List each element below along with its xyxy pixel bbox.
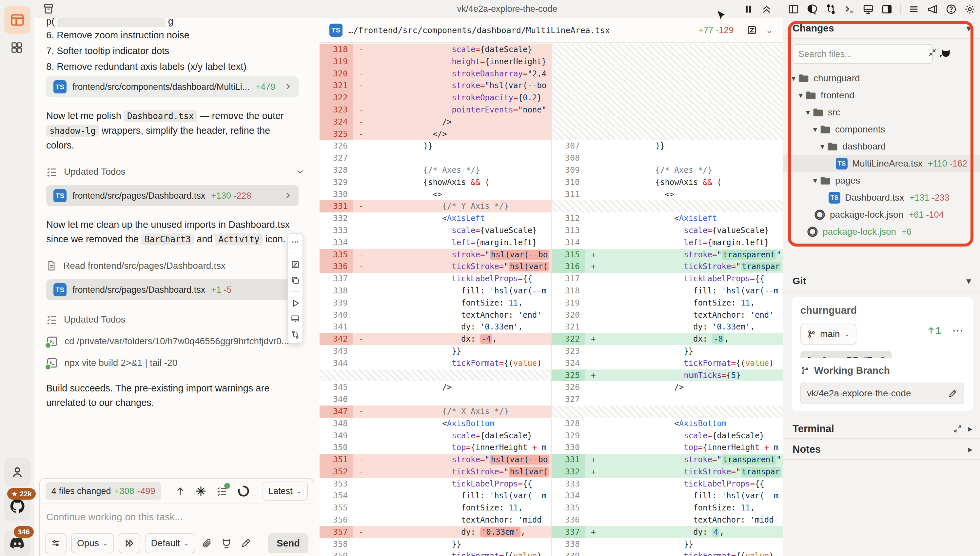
file-change-chip[interactable]: TSfrontend/src/components/dashboard/Mult… <box>46 76 299 97</box>
code-text: stroke="transparent" <box>608 454 783 466</box>
chevron-expanded-icon[interactable]: ▾ <box>789 74 798 83</box>
branch-dropdown[interactable]: main⌄ <box>801 323 856 344</box>
tree-folder-row[interactable]: ▾dashboard <box>783 138 980 155</box>
person-icon <box>10 465 24 479</box>
change-marker <box>353 357 376 370</box>
git-title: Git <box>793 275 806 286</box>
profile-button[interactable] <box>4 458 31 486</box>
file-change-chip[interactable]: TSfrontend/src/pages/Dashboard.tsx+1 -5 <box>46 279 299 300</box>
line-number: 310 <box>552 176 585 189</box>
tree-folder-row[interactable]: ▾frontend <box>783 87 980 104</box>
chat-action-row[interactable]: npx vite build 2>&1 | tail -20 <box>46 355 305 371</box>
panel-right-filled-icon[interactable] <box>882 3 893 15</box>
todos-status-icon[interactable] <box>216 485 228 497</box>
model-dropdown[interactable]: Opus⌄ <box>71 533 114 553</box>
change-counts: +6 <box>901 227 912 237</box>
git-more-menu[interactable]: ⋯ <box>952 324 964 337</box>
fast-forward-button[interactable] <box>119 533 140 553</box>
code-text: scale={dateScale} <box>376 44 551 56</box>
right-sidebar: Changes ▾ ▾churnguard▾frontend▾src▾compo… <box>783 18 980 556</box>
arrow-up-icon[interactable] <box>175 486 186 496</box>
menu-icon[interactable] <box>908 3 919 15</box>
tree-folder-row[interactable]: ▾src <box>783 104 980 121</box>
chevron-right-icon[interactable] <box>284 82 292 91</box>
code-text: tickLabelProps={{ <box>608 273 783 285</box>
collapse-panel-icon[interactable] <box>928 47 937 57</box>
diff-view-icon[interactable] <box>291 260 300 269</box>
change-marker: + <box>585 333 608 345</box>
monitor-icon[interactable] <box>291 314 300 323</box>
tree-folder-row[interactable]: ▾components <box>783 121 980 138</box>
git-compare-icon[interactable] <box>825 3 836 15</box>
settings-gear-icon[interactable] <box>964 3 975 15</box>
tree-file-row[interactable]: TSMultiLineArea.tsx+110 -162 <box>783 155 980 172</box>
terminal-section-row[interactable]: Terminal ▸ <box>783 419 980 439</box>
changes-section-header[interactable]: Changes ▾ <box>783 18 980 39</box>
git-section-header[interactable]: Git ▾ <box>783 271 980 291</box>
chevron-down-icon[interactable] <box>295 167 305 177</box>
megaphone-icon[interactable] <box>927 3 938 15</box>
chevron-expanded-icon[interactable]: ▾ <box>810 176 820 185</box>
chevron-expanded-icon[interactable]: ▾ <box>810 125 820 134</box>
collapse-caret-icon[interactable]: ▾ <box>967 23 971 34</box>
send-button[interactable]: Send <box>268 533 308 553</box>
search-files-input[interactable] <box>792 44 933 64</box>
pause-icon[interactable] <box>743 4 754 15</box>
chat-action-row[interactable]: Updated Todos <box>46 163 305 180</box>
files-changed-chip[interactable]: 4 files changed +308 -499 <box>45 482 161 500</box>
chat-action-row[interactable]: Read frontend/src/pages/Dashboard.tsx <box>46 258 305 274</box>
pen-icon[interactable] <box>241 538 251 548</box>
latest-dropdown[interactable]: Latest⌄ <box>263 482 308 501</box>
grid-view-icon[interactable] <box>10 41 23 54</box>
code-text: <AxisLeft <box>376 212 551 225</box>
notes-section-row[interactable]: Notes ▸ <box>783 440 980 460</box>
git-compare-icon[interactable] <box>291 330 300 339</box>
typescript-badge: TS <box>53 283 66 296</box>
diff-new-line: 338 }} <box>551 538 783 550</box>
code-text: dy: '0.33em', <box>608 321 783 333</box>
change-marker <box>585 478 608 490</box>
file-name: Dashboard.tsx <box>845 192 904 203</box>
cat-icon[interactable] <box>221 538 232 549</box>
chevrons-up-icon[interactable] <box>761 3 772 15</box>
repo-name: churnguard <box>801 305 964 316</box>
line-number: 355 <box>320 502 353 514</box>
archive-box-icon[interactable] <box>43 3 55 15</box>
run-icon[interactable] <box>291 299 300 308</box>
chat-action-row[interactable]: Updated Todos <box>46 312 305 328</box>
cat-icon[interactable] <box>940 47 953 61</box>
tree-file-row[interactable]: package-lock.json+61 -104 <box>783 206 980 223</box>
tree-file-row[interactable]: TSDashboard.tsx+131 -233 <box>783 189 980 206</box>
panel-left-icon[interactable] <box>788 3 799 15</box>
more-options-icon[interactable] <box>291 238 300 246</box>
collapse-caret-icon[interactable]: ▾ <box>967 276 971 286</box>
chevron-expanded-icon[interactable]: ▾ <box>817 142 827 151</box>
tree-folder-row[interactable]: ▾churnguard <box>783 70 980 87</box>
change-marker: - <box>353 68 376 80</box>
working-branch-card: Working Branch vk/4e2a-explore-the-code <box>792 358 973 411</box>
diff-view-icon[interactable] <box>747 25 757 36</box>
attach-icon[interactable] <box>202 538 212 548</box>
tree-file-row[interactable]: package-lock.json+6 <box>783 223 980 240</box>
spark-icon[interactable] <box>195 485 207 497</box>
tree-folder-row[interactable]: ▾pages <box>783 172 980 189</box>
chevron-expanded-icon[interactable]: ▾ <box>803 108 813 117</box>
composer-settings-button[interactable] <box>45 533 66 553</box>
diff-new-line: 330 top={innerHeight + m <box>551 441 783 454</box>
workspace-tab-active[interactable] <box>4 6 31 34</box>
message-input[interactable]: Continue working on this task... <box>40 504 314 522</box>
chevron-expanded-icon[interactable]: ▾ <box>796 91 806 100</box>
terminal-icon[interactable] <box>844 3 855 15</box>
chevron-down-icon[interactable]: ⌄ <box>766 25 773 36</box>
display-icon[interactable] <box>863 3 874 15</box>
diff-old-line: 351- stroke="hsl(var(--bo <box>320 454 551 466</box>
chevron-right-icon[interactable] <box>284 191 292 200</box>
chat-bubble-icon[interactable] <box>807 3 818 15</box>
copy-icon[interactable] <box>291 276 300 285</box>
diff-split-view[interactable]: 318- scale={dateScale}319- height={inner… <box>320 44 783 556</box>
working-branch-field[interactable]: vk/4e2a-explore-the-code <box>801 383 964 404</box>
help-icon[interactable] <box>946 3 957 15</box>
file-change-chip[interactable]: TSfrontend/src/pages/Dashboard.tsx+130 -… <box>46 185 299 206</box>
chat-action-row[interactable]: cd /private/var/folders/10/h7w0q46556ggr… <box>46 333 305 349</box>
mode-dropdown[interactable]: Default⌄ <box>145 533 195 553</box>
